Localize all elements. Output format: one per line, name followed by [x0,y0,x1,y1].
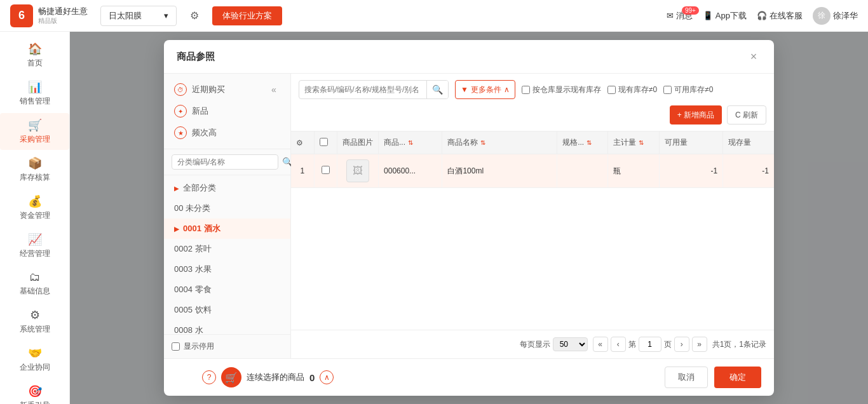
toolbar-right: + 新增商品 C 刷新 [670,105,766,125]
quick-item-new-label: 新品 [192,105,208,117]
logo-text: 畅捷通好生意 精品版 [38,6,88,25]
sidebar-item-inventory[interactable]: 📦 库存核算 [0,151,69,188]
collapse-icon[interactable]: « [268,83,280,96]
modal-close-button[interactable]: × [746,49,761,64]
th-stock-label: 现存量 [728,137,751,148]
category-search-input[interactable] [172,154,278,170]
modal-right-panel: 🔍 ▼ 更多条件 ∧ 按仓库显示现有库存 [291,74,774,358]
sidebar-item-enterprise-label: 企业协同 [20,362,50,373]
product-search-button[interactable]: 🔍 [426,81,448,98]
footer-buttons: 取消 确定 [665,367,761,388]
cancel-button[interactable]: 取消 [665,367,708,388]
category-item-all[interactable]: ▶ 全部分类 [164,178,290,198]
row-available: -1 [659,154,722,188]
next-page-button[interactable]: › [674,337,689,352]
quick-item-new[interactable]: ✦ 新品 [164,100,290,122]
table-scroll-container: ⚙ 商品图片 [291,131,774,330]
column-settings-icon[interactable]: ⚙ [296,138,303,147]
available-stock-checkbox[interactable] [663,86,672,94]
quick-item-frequent[interactable]: ★ 频次高 [164,122,290,144]
settings-icon[interactable]: ⚙ [184,6,205,26]
per-page-dropdown[interactable]: 50 20 100 [553,337,588,351]
quick-item-recent[interactable]: ⏱ 近期购买 « [164,79,290,100]
table-body: 1 🖼 000600... [291,154,774,188]
sidebar-item-basics[interactable]: 🗂 基础信息 [0,266,69,302]
sidebar-item-operations[interactable]: 📈 经营管理 [0,227,69,264]
filter-button[interactable]: ▼ 更多条件 ∧ [455,80,515,99]
product-reference-modal: 商品参照 × ⏱ 近期购买 « ✦ [164,40,774,396]
page-nav: « ‹ 第 页 › » [593,337,707,352]
avatar: 徐 [813,7,831,25]
pagination-summary: 共1页，1条记录 [712,339,766,350]
category-item-0004[interactable]: 0004 零食 [164,279,290,300]
home-icon: 🏠 [28,42,42,56]
category-item-00-label: 00 未分类 [174,203,210,214]
category-item-0004-label: 0004 零食 [174,284,212,295]
app-download-item[interactable]: 📱 App下载 [703,10,747,22]
user-area[interactable]: 徐 徐泽华 [813,7,858,25]
page-number-input[interactable] [639,337,661,352]
filter-icon: ▼ [461,85,468,94]
sidebar-item-enterprise[interactable]: 🤝 企业协同 [0,341,69,378]
per-page-label: 每页显示 [520,339,550,350]
category-item-0002[interactable]: 0002 茶叶 [164,239,290,259]
row-checkbox[interactable] [322,166,330,174]
table-row[interactable]: 1 🖼 000600... [291,154,774,188]
pagination-area: 每页显示 50 20 100 « ‹ 第 [291,330,774,358]
sidebar-item-home[interactable]: 🏠 首页 [0,37,69,74]
sort-spec-icon[interactable]: ⇅ [587,139,592,146]
company-dropdown[interactable]: 日太阳膜 ▾ [100,6,177,26]
refresh-button[interactable]: C 刷新 [727,105,766,125]
cart-icon[interactable]: 🛒 [221,367,241,387]
category-item-0001[interactable]: ▶ 0001 酒水 [164,219,290,239]
help-icon[interactable]: ? [202,370,216,384]
select-all-checkbox[interactable] [320,138,328,146]
sidebar-item-system-label: 系统管理 [20,324,50,335]
product-image: 🖼 [346,159,369,182]
warehouse-stock-checkbox[interactable] [522,86,530,94]
messages-item[interactable]: ✉ 消息 99+ [667,10,693,22]
sidebar-item-system[interactable]: ⚙ 系统管理 [0,303,69,340]
product-search-input[interactable] [299,85,426,94]
sidebar-item-guide[interactable]: 🎯 新手引导 [0,379,69,404]
collapse-arrow-icon[interactable]: ∧ [320,370,334,384]
th-unit-label: 主计量 [613,137,636,148]
category-item-00[interactable]: 00 未分类 [164,198,290,219]
add-product-button[interactable]: + 新增商品 [670,105,722,125]
frequent-icon: ★ [174,126,187,139]
filter-chevron-icon: ∧ [504,85,510,94]
row-index: 1 [291,154,314,188]
online-service-item[interactable]: 🎧 在线客服 [757,10,803,22]
category-item-0005[interactable]: 0005 饮料 [164,300,290,320]
last-page-button[interactable]: » [692,337,707,352]
cart-count: 0 [309,372,315,383]
category-list: ▶ 全部分类 00 未分类 ▶ 0001 酒水 0002 茶 [164,175,290,334]
category-item-0003[interactable]: 0003 水果 [164,259,290,279]
top-nav: 6 畅捷通好生意 精品版 日太阳膜 ▾ ⚙ 体验行业方案 ✉ 消息 99+ 📱 … [0,0,868,32]
sidebar-item-sales[interactable]: 📊 销售管理 [0,75,69,112]
th-stock: 现存量 [723,131,774,154]
product-table: ⚙ 商品图片 [291,131,774,188]
prev-page-button[interactable]: ‹ [611,337,626,352]
app-download-label: App下载 [715,10,747,22]
sidebar-item-finance[interactable]: 💰 资金管理 [0,189,69,226]
message-icon: ✉ [667,11,674,20]
sidebar-item-sales-label: 销售管理 [20,96,50,107]
sort-name-icon[interactable]: ⇅ [480,139,485,146]
logo-area: 6 畅捷通好生意 精品版 [10,4,88,27]
sort-code-icon[interactable]: ⇅ [408,139,413,146]
first-page-button[interactable]: « [593,337,608,352]
confirm-button[interactable]: 确定 [714,367,761,388]
sort-unit-icon[interactable]: ⇅ [639,139,644,146]
category-item-0008[interactable]: 0008 水 [164,320,290,334]
logo-icon: 6 [10,4,33,27]
try-button[interactable]: 体验行业方案 [212,6,282,25]
row-image-cell: 🖼 [337,154,378,188]
show-disabled-label: 显示停用 [184,341,214,352]
sidebar-item-purchase[interactable]: 🛒 采购管理 [0,113,69,150]
online-service-label: 在线客服 [770,10,803,22]
th-name-label: 商品名称 [447,137,478,148]
current-stock-checkbox[interactable] [607,86,616,94]
modal-title: 商品参照 [177,51,215,63]
show-disabled-checkbox[interactable] [172,342,180,351]
